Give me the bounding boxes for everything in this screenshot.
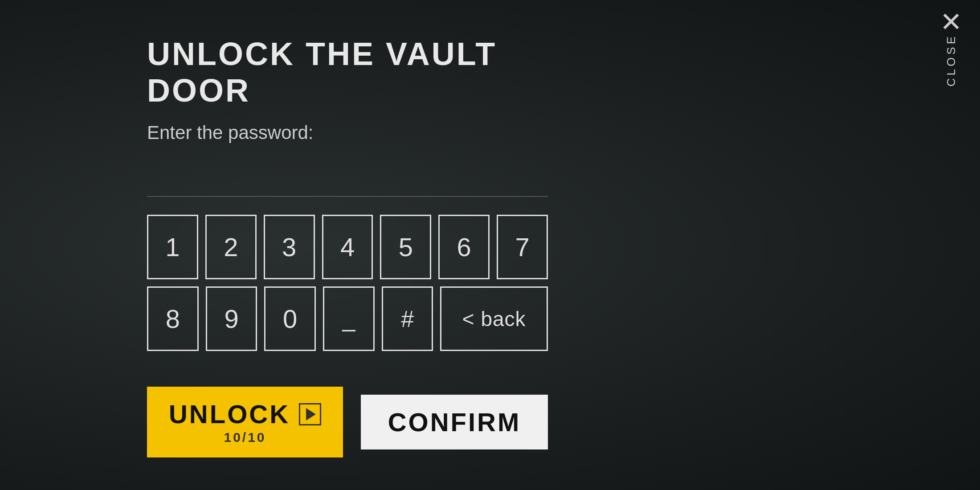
key-2[interactable]: 2 (205, 215, 257, 279)
close-x-icon: ✕ (940, 9, 962, 36)
close-button[interactable]: ✕ CLOSE (940, 9, 962, 86)
password-prompt: Enter the password: (147, 122, 548, 143)
unlock-counter: 10/10 (224, 430, 266, 445)
play-triangle (306, 408, 316, 421)
key-6[interactable]: 6 (438, 215, 490, 279)
bottom-buttons: UNLOCK 10/10 CONFIRM (147, 387, 548, 457)
page-title: UNLOCK THE VAULT DOOR (147, 36, 548, 109)
key-0[interactable]: 0 (264, 286, 316, 351)
key-8[interactable]: 8 (147, 286, 199, 351)
unlock-button[interactable]: UNLOCK 10/10 (147, 387, 343, 457)
confirm-label: CONFIRM (388, 408, 521, 437)
keypad-row-2: 8 9 0 _ # < back (147, 286, 548, 351)
key-5[interactable]: 5 (380, 215, 431, 279)
main-content: UNLOCK THE VAULT DOOR Enter the password… (147, 36, 548, 457)
close-label: CLOSE (944, 34, 958, 86)
key-3[interactable]: 3 (264, 215, 315, 279)
play-icon (299, 403, 321, 425)
key-back[interactable]: < back (440, 286, 548, 351)
keypad: 1 2 3 4 5 6 7 8 9 0 _ # < back (147, 215, 548, 351)
key-7[interactable]: 7 (497, 215, 548, 279)
key-1[interactable]: 1 (147, 215, 198, 279)
key-4[interactable]: 4 (322, 215, 373, 279)
password-display (147, 166, 548, 197)
key-underscore[interactable]: _ (323, 286, 375, 351)
keypad-row-1: 1 2 3 4 5 6 7 (147, 215, 548, 279)
unlock-btn-inner: UNLOCK (169, 399, 321, 429)
key-9[interactable]: 9 (206, 286, 257, 351)
confirm-button[interactable]: CONFIRM (361, 395, 548, 449)
key-hash[interactable]: # (382, 286, 433, 351)
unlock-label: UNLOCK (169, 399, 290, 429)
